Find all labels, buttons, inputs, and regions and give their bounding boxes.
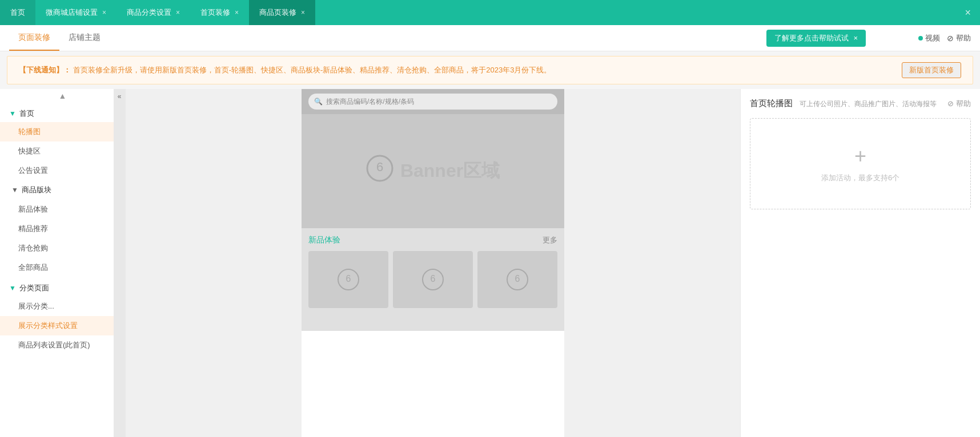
tab-page-decor-label: 页面装修 [18, 33, 50, 42]
svg-text:6: 6 [376, 159, 383, 173]
right-actions: 视频 ⊘ 帮助 [918, 33, 971, 43]
banner-logo-icon: 6 [366, 155, 393, 188]
tab-store-theme-label: 店铺主题 [69, 33, 101, 42]
tab-homepage-decor-label: 首页装修 [200, 7, 230, 18]
tab-weishop-label: 微商城店铺设置 [46, 7, 98, 18]
sidebar-homepage-label: 首页 [19, 108, 34, 119]
product-card-3: 6 [477, 251, 557, 308]
svg-text:6: 6 [515, 274, 520, 284]
sidebar-product-block-label: 商品版块 [22, 185, 51, 195]
product-card-2: 6 [393, 251, 473, 308]
collapse-icon: « [118, 92, 122, 100]
right-panel: 首页轮播图 可上传公司照片、商品推广图片、活动海报等 ⊘ 帮助 + 添加活动，最… [740, 89, 980, 437]
banner-area: 6 Banner区域 [302, 114, 564, 228]
homepage-arrow-icon: ▼ [9, 110, 16, 118]
question-icon: ⊘ [947, 34, 954, 43]
sidebar-show-category-style-label: 展示分类样式设置 [18, 321, 78, 330]
global-close-button[interactable]: × [955, 7, 980, 19]
tab-weishop[interactable]: 微商城店铺设置 × [35, 0, 117, 25]
notice-prefix: 【下线通知】： [19, 66, 71, 74]
sidebar-item-notice[interactable]: 公告设置 [0, 161, 125, 180]
product-card-1: 6 [308, 251, 388, 308]
tab-product-category-close[interactable]: × [176, 9, 180, 17]
product-section-title: 新品体验 [308, 235, 340, 245]
product-section-more: 更多 [543, 235, 557, 245]
sidebar-item-shortcut[interactable]: 快捷区 [0, 141, 125, 161]
sidebar-banner-label: 轮播图 [18, 127, 41, 136]
main-content: ▲ ▼ 首页 轮播图 快捷区 公告设置 ▼ 商品版块 新品体验 精品推荐 清仓抢… [0, 89, 980, 437]
notice-bar: 【下线通知】： 首页装修全新升级，请使用新版首页装修，首页-轮播图、快捷区、商品… [7, 56, 973, 84]
help-label: 帮助 [956, 33, 971, 43]
help-button[interactable]: ⊘ 帮助 [947, 33, 971, 43]
scroll-up-btn[interactable]: ▲ [0, 89, 125, 103]
search-icon: 🔍 [314, 98, 323, 106]
tab-homepage-decor-close[interactable]: × [235, 9, 239, 17]
sidebar-collapse-button[interactable]: « [114, 89, 125, 437]
banner-text-label: Banner区域 [400, 159, 500, 184]
help-banner-text: 了解更多点击帮助试试 [774, 33, 849, 43]
sidebar-item-banner[interactable]: 轮播图 [0, 122, 125, 141]
sidebar-clearance-label: 清仓抢购 [18, 244, 48, 252]
tab-page-decor[interactable]: 页面装修 [9, 26, 59, 51]
sidebar-item-clearance[interactable]: 清仓抢购 [0, 238, 125, 258]
sidebar-section-category[interactable]: ▼ 分类页面 [0, 277, 125, 297]
sidebar-item-show-category[interactable]: 展示分类... [0, 297, 125, 316]
sidebar-premium-label: 精品推荐 [18, 224, 48, 233]
notice-body: 首页装修全新升级，请使用新版首页装修，首页-轮播图、快捷区、商品板块-新品体验、… [73, 66, 552, 74]
right-panel-title-group: 首页轮播图 可上传公司照片、商品推广图片、活动海报等 [750, 98, 937, 109]
notice-text: 【下线通知】： 首页装修全新升级，请使用新版首页装修，首页-轮播图、快捷区、商品… [19, 65, 551, 75]
phone-search-bar: 🔍 搜索商品编码/名称/规格/条码 [302, 89, 564, 114]
video-dot [918, 36, 923, 41]
top-tabbar: 首页 微商城店铺设置 × 商品分类设置 × 首页装修 × 商品页装修 × × [0, 0, 980, 25]
sidebar-more-label: 商品列表设置(此首页) [18, 340, 90, 350]
sidebar-item-new-experience[interactable]: 新品体验 [0, 200, 125, 219]
add-banner-text: 添加活动，最多支持6个 [821, 173, 899, 183]
new-version-button[interactable]: 新版首页装修 [902, 62, 961, 78]
left-sidebar: ▲ ▼ 首页 轮播图 快捷区 公告设置 ▼ 商品版块 新品体验 精品推荐 清仓抢… [0, 89, 126, 437]
right-panel-help-label: 帮助 [956, 99, 971, 109]
sidebar-item-more[interactable]: 商品列表设置(此首页) ▼ [0, 335, 125, 355]
sidebar-item-premium[interactable]: 精品推荐 [0, 219, 125, 238]
search-placeholder-text: 搜索商品编码/名称/规格/条码 [326, 97, 414, 107]
phone-preview: 🔍 搜索商品编码/名称/规格/条码 6 Banner区域 新品体验 [302, 89, 564, 437]
right-panel-title: 首页轮播图 [750, 98, 793, 108]
sidebar-section-homepage[interactable]: ▼ 首页 [0, 103, 125, 122]
sidebar-product-block-section[interactable]: ▼ 商品版块 [0, 180, 125, 200]
sidebar-show-category-label: 展示分类... [18, 302, 54, 310]
product-block-arrow-icon: ▼ [11, 186, 18, 194]
right-panel-header: 首页轮播图 可上传公司照片、商品推广图片、活动海报等 ⊘ 帮助 [750, 98, 971, 109]
page-tabs: 页面装修 店铺主题 了解更多点击帮助试试 × 视频 ⊘ 帮助 [0, 25, 980, 51]
svg-text:6: 6 [346, 274, 351, 284]
plus-icon: + [854, 144, 866, 168]
sidebar-shortcut-label: 快捷区 [18, 147, 41, 155]
product-section: 新品体验 更多 6 6 [302, 228, 564, 331]
sidebar-item-show-category-style[interactable]: 展示分类样式设置 [0, 316, 125, 335]
tab-weishop-close[interactable]: × [102, 9, 106, 17]
category-arrow-icon: ▼ [9, 284, 16, 292]
svg-text:6: 6 [431, 274, 436, 284]
tab-product-decor-label: 商品页装修 [259, 7, 296, 18]
right-panel-subtitle: 可上传公司照片、商品推广图片、活动海报等 [800, 100, 937, 108]
sidebar-notice-label: 公告设置 [18, 166, 48, 175]
video-button[interactable]: 视频 [918, 33, 940, 43]
tab-homepage-decor[interactable]: 首页装修 × [190, 0, 249, 25]
tab-product-category[interactable]: 商品分类设置 × [117, 0, 190, 25]
right-panel-help-button[interactable]: ⊘ 帮助 [947, 99, 971, 109]
phone-search-input[interactable]: 🔍 搜索商品编码/名称/规格/条码 [308, 94, 557, 110]
product-grid: 6 6 6 [308, 251, 557, 308]
video-label: 视频 [925, 33, 940, 43]
add-banner-box[interactable]: + 添加活动，最多支持6个 [750, 118, 971, 209]
center-preview: 🔍 搜索商品编码/名称/规格/条码 6 Banner区域 新品体验 [126, 89, 740, 437]
sidebar-category-label: 分类页面 [19, 283, 49, 293]
tab-product-category-label: 商品分类设置 [127, 7, 171, 18]
sidebar-item-all-products[interactable]: 全部商品 [0, 258, 125, 277]
product-section-header: 新品体验 更多 [308, 235, 557, 245]
tab-product-decor-close[interactable]: × [301, 9, 305, 17]
sidebar-all-products-label: 全部商品 [18, 263, 48, 272]
tab-home-label: 首页 [10, 7, 25, 18]
question-circle-icon: ⊘ [947, 99, 954, 108]
tab-store-theme[interactable]: 店铺主题 [59, 26, 110, 51]
tab-product-decor[interactable]: 商品页装修 × [249, 0, 315, 25]
tab-home[interactable]: 首页 [0, 0, 35, 25]
help-banner-close[interactable]: × [853, 34, 858, 42]
